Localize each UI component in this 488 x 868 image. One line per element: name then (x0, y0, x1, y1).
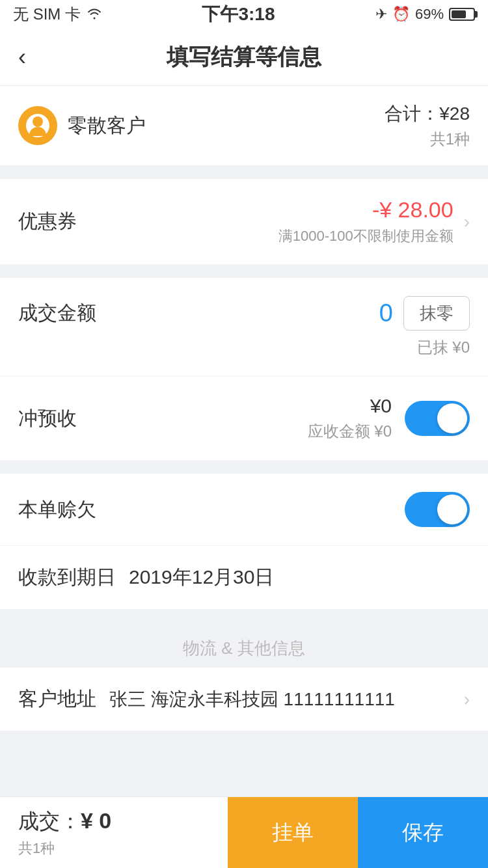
coupon-row[interactable]: 优惠券 -¥ 28.00 满1000-100不限制使用金额 › (0, 179, 488, 265)
divider-1 (0, 166, 488, 179)
advance-label: 冲预收 (18, 405, 77, 432)
logistics-label: 物流 & 其他信息 (183, 637, 305, 660)
time-display: 下午3:18 (202, 2, 275, 27)
avatar (18, 106, 57, 145)
transaction-label: 成交金额 (18, 300, 96, 327)
carrier-text: 无 SIM 卡 (13, 4, 81, 25)
transaction-row: 成交金额 0 抹零 已抹 ¥0 (0, 278, 488, 377)
bottom-info: 成交：¥ 0 共1种 (0, 807, 228, 858)
alarm-icon: ⏰ (392, 6, 410, 23)
toggle-knob (437, 403, 467, 433)
customer-name: 零散客户 (68, 113, 146, 139)
advance-receivable: 应收金额 ¥0 (308, 421, 392, 442)
advance-toggle[interactable] (405, 401, 470, 436)
total-count: 共1种 (385, 129, 470, 150)
battery-percent: 69% (415, 6, 444, 23)
due-date-row[interactable]: 收款到期日 2019年12月30日 (0, 545, 488, 609)
status-left: 无 SIM 卡 (13, 4, 102, 25)
transaction-value[interactable]: 0 (379, 299, 393, 327)
avatar-icon (26, 114, 49, 137)
coupon-amount: -¥ 28.00 (278, 197, 454, 223)
round-button[interactable]: 抹零 (403, 296, 470, 331)
save-button[interactable]: 保存 (358, 797, 488, 869)
deal-amount: ¥ 0 (81, 808, 111, 833)
credit-toggle[interactable] (405, 492, 470, 527)
bottom-count: 共1种 (18, 839, 210, 858)
address-chevron-icon: › (464, 689, 470, 710)
coupon-note: 满1000-100不限制使用金额 (278, 226, 454, 246)
advance-amount: ¥0 (308, 395, 392, 417)
advance-row: 冲预收 ¥0 应收金额 ¥0 (0, 377, 488, 461)
hold-button-label: 挂单 (272, 819, 314, 847)
hold-button[interactable]: 挂单 (228, 797, 358, 869)
save-button-label: 保存 (402, 819, 444, 847)
address-label: 客户地址 (18, 686, 96, 712)
coupon-label: 优惠券 (18, 208, 77, 235)
credit-row: 本单赊欠 (0, 474, 488, 545)
divider-4 (0, 609, 488, 629)
logistics-section-header: 物流 & 其他信息 (0, 629, 488, 668)
due-date-label: 收款到期日 (18, 564, 116, 591)
status-bar: 无 SIM 卡 下午3:18 ✈ ⏰ 69% (0, 0, 488, 29)
coupon-chevron-icon: › (464, 211, 470, 232)
battery-icon (449, 8, 475, 21)
divider-3 (0, 461, 488, 474)
back-button[interactable]: ‹ (18, 44, 26, 71)
transaction-sub: 已抹 ¥0 (18, 337, 470, 358)
page-title: 填写结算等信息 (167, 42, 321, 72)
divider-2 (0, 265, 488, 278)
customer-row: 零散客户 合计：¥28 共1种 (0, 86, 488, 166)
total-label: 合计：¥28 (385, 102, 470, 126)
content-area: 零散客户 合计：¥28 共1种 优惠券 -¥ 28.00 满1000-100不限… (0, 86, 488, 868)
credit-toggle-knob (437, 495, 467, 524)
wifi-icon (87, 5, 102, 23)
due-date-value: 2019年12月30日 (129, 564, 274, 591)
location-icon: ✈ (375, 6, 387, 23)
address-row[interactable]: 客户地址 张三 海淀永丰科技园 11111111111 › (0, 668, 488, 731)
bottom-deal-text: 成交：¥ 0 (18, 807, 210, 836)
status-right: ✈ ⏰ 69% (375, 6, 475, 23)
bottom-bar: 成交：¥ 0 共1种 挂单 保存 (0, 796, 488, 868)
address-value: 张三 海淀永丰科技园 11111111111 (109, 687, 464, 712)
deal-label: 成交： (18, 809, 81, 833)
credit-label: 本单赊欠 (18, 496, 96, 523)
nav-bar: ‹ 填写结算等信息 (0, 29, 488, 86)
